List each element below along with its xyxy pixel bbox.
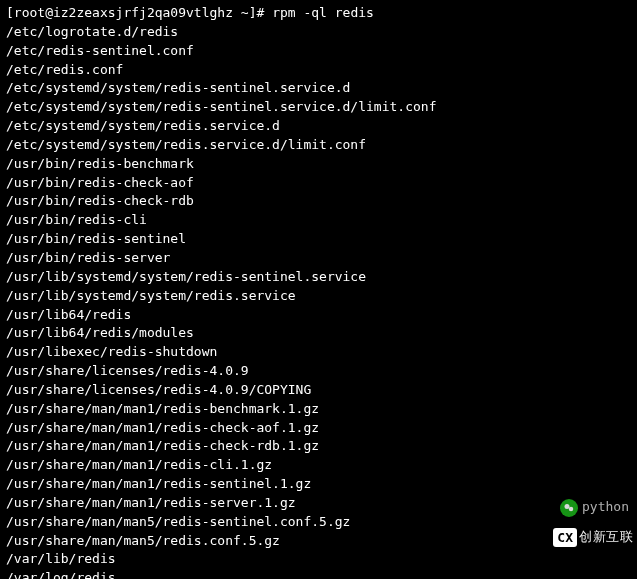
watermark: python: [560, 498, 629, 517]
wechat-icon: [560, 499, 578, 517]
output-line: /usr/share/man/man5/redis.conf.5.gz: [6, 532, 631, 551]
output-line: /etc/systemd/system/redis.service.d: [6, 117, 631, 136]
cxhl-badge: CX: [553, 528, 577, 547]
output-line: /usr/lib64/redis/modules: [6, 324, 631, 343]
svg-point-0: [565, 504, 570, 509]
watermark-text: python: [582, 498, 629, 517]
prompt-cwd: ~: [241, 5, 249, 20]
output-line: /usr/bin/redis-cli: [6, 211, 631, 230]
output-line: /usr/bin/redis-server: [6, 249, 631, 268]
output-line: /usr/share/man/man1/redis-sentinel.1.gz: [6, 475, 631, 494]
output-line: /usr/lib64/redis: [6, 306, 631, 325]
output-line: /etc/systemd/system/redis-sentinel.servi…: [6, 79, 631, 98]
output-line: /usr/bin/redis-check-aof: [6, 174, 631, 193]
cxhl-text: 创新互联: [579, 528, 633, 547]
terminal-output[interactable]: [root@iz2zeaxsjrfj2qa09vtlghz ~]# rpm -q…: [6, 4, 631, 579]
prompt-host: iz2zeaxsjrfj2qa09vtlghz: [53, 5, 233, 20]
output-line: /usr/share/licenses/redis-4.0.9/COPYING: [6, 381, 631, 400]
output-line: /usr/lib/systemd/system/redis.service: [6, 287, 631, 306]
output-line: /usr/bin/redis-check-rdb: [6, 192, 631, 211]
output-line: /usr/share/man/man1/redis-benchmark.1.gz: [6, 400, 631, 419]
shell-prompt-line: [root@iz2zeaxsjrfj2qa09vtlghz ~]# rpm -q…: [6, 4, 631, 23]
prompt-user: root: [14, 5, 45, 20]
prompt-command: rpm -ql redis: [272, 5, 374, 20]
output-line: /usr/share/man/man1/redis-server.1.gz: [6, 494, 631, 513]
output-line: /usr/bin/redis-sentinel: [6, 230, 631, 249]
output-line: /etc/systemd/system/redis.service.d/limi…: [6, 136, 631, 155]
output-line: /etc/systemd/system/redis-sentinel.servi…: [6, 98, 631, 117]
prompt-symbol: #: [256, 5, 264, 20]
output-line: /usr/share/licenses/redis-4.0.9: [6, 362, 631, 381]
output-line: /usr/share/man/man1/redis-check-aof.1.gz: [6, 419, 631, 438]
output-line: /usr/libexec/redis-shutdown: [6, 343, 631, 362]
output-line: /etc/logrotate.d/redis: [6, 23, 631, 42]
output-line: /usr/share/man/man1/redis-cli.1.gz: [6, 456, 631, 475]
cxhl-watermark: CX 创新互联: [553, 528, 633, 547]
output-line: /var/log/redis: [6, 569, 631, 579]
output-line: /usr/lib/systemd/system/redis-sentinel.s…: [6, 268, 631, 287]
output-line: /etc/redis.conf: [6, 61, 631, 80]
output-line: /usr/bin/redis-benchmark: [6, 155, 631, 174]
output-line: /usr/share/man/man1/redis-check-rdb.1.gz: [6, 437, 631, 456]
output-line: /etc/redis-sentinel.conf: [6, 42, 631, 61]
output-line: /usr/share/man/man5/redis-sentinel.conf.…: [6, 513, 631, 532]
output-line: /var/lib/redis: [6, 550, 631, 569]
svg-point-1: [569, 506, 574, 511]
